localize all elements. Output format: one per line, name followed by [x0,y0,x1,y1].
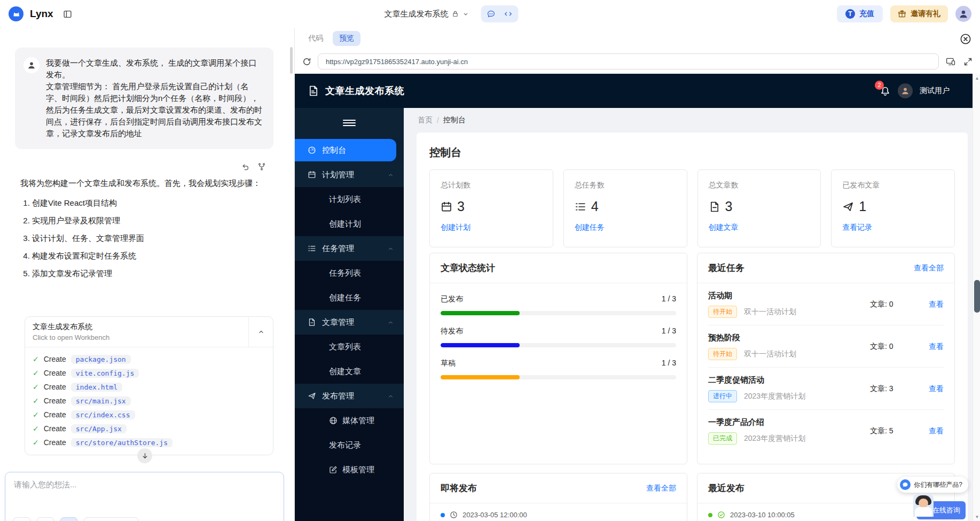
app-scrollbar[interactable]: ▲ ▼ [973,74,980,521]
app-username[interactable]: 测试用户 [920,86,950,96]
stat-card: 总文章数3创建文章 [697,169,821,247]
sidebar-item-article-group[interactable]: 文章管理 [295,310,404,335]
chevron-down-icon [462,11,469,18]
undo-icon[interactable] [241,162,250,171]
online-support-button[interactable]: 在线咨询 [916,501,966,519]
sidebar-item-template-manage[interactable]: 模板管理 [295,457,404,482]
file-icon [709,201,720,213]
task-view-link[interactable]: 查看 [929,384,944,394]
close-preview-button[interactable] [960,33,971,45]
tab-preview[interactable]: 预览 [333,31,360,46]
invite-button[interactable]: 邀请有礼 [890,5,948,22]
file-row: ✓Createsrc/App.jsx [33,422,265,436]
check-icon: ✓ [33,396,39,405]
file-name[interactable]: package.json [71,355,131,364]
upcoming-card-title: 即将发布 [441,482,477,494]
sidebar-item-publish-records[interactable]: 发布记录 [295,433,404,457]
sidebar-item-article-create[interactable]: 创建文章 [295,359,404,384]
attach-button[interactable] [13,517,31,521]
sidebar-item-plan-create[interactable]: 创建计划 [295,212,404,236]
notifications-button[interactable]: 2 [880,85,891,97]
file-name[interactable]: vite.config.js [71,369,139,378]
branch-icon[interactable] [257,162,266,171]
sidebar-item-label: 控制台 [322,145,346,155]
workbench-collapse-button[interactable] [248,317,273,347]
expand-icon[interactable] [963,57,973,66]
sidebar-toggle-icon[interactable] [63,10,72,19]
upcoming-view-all-link[interactable]: 查看全部 [646,484,676,493]
recharge-button[interactable]: T 充值 [837,5,883,22]
support-chat-icon [900,479,911,490]
task-row: 一季度产品介绍已完成2023年度营销计划文章: 5查看 [708,410,944,452]
sidebar-item-media-manage[interactable]: 媒体管理 [295,408,404,433]
lynx-logo[interactable] [9,6,23,21]
sidebar-item-article-list[interactable]: 文章列表 [295,335,404,359]
sidebar-item-task-create[interactable]: 创建任务 [295,285,404,310]
file-name[interactable]: index.html [71,383,122,392]
file-row: ✓Createvite.config.js [33,366,265,380]
chat-mode-button[interactable] [483,7,500,21]
stat-label: 总任务数 [575,181,676,190]
sidebar-item-publish-group[interactable]: 发布管理 [295,384,404,408]
hamburger-menu-button[interactable] [295,108,404,138]
refresh-button[interactable] [302,57,311,66]
status-row: 待发布1 / 3 [441,326,676,347]
assistant-steps: 创建Vite React项目结构实现用户登录及权限管理设计计划、任务、文章管理界… [32,198,266,279]
progress-bar [441,311,676,315]
user-avatar[interactable] [955,6,971,22]
upcoming-time: 2023-03-05 12:00:00 [462,511,527,519]
task-view-link[interactable]: 查看 [929,342,944,352]
calendar-icon [308,170,316,179]
chat-scrollbar[interactable] [290,47,293,74]
sidebar-item-task-list[interactable]: 任务列表 [295,261,404,285]
sidebar-item-dashboard[interactable]: 控制台 [295,139,396,161]
device-preview-icon[interactable] [945,57,956,66]
scrollbar-thumb[interactable] [974,280,980,313]
status-badge: 待开始 [708,348,737,360]
stat-card: 总计划数3创建计划 [429,169,553,247]
tab-code[interactable]: 代码 [304,31,327,46]
sidebar-item-plan-group[interactable]: 计划管理 [295,162,404,187]
project-title-menu[interactable]: 文章生成发布系统 [385,9,469,19]
upcoming-publish-card: 即将发布 查看全部 2023-03-05 12:00:00 [429,473,687,521]
stat-action-link[interactable]: 创建任务 [575,223,605,232]
sidebar-item-plan-list[interactable]: 计划列表 [295,187,404,212]
file-name[interactable]: src/index.css [71,410,135,419]
stat-action-link[interactable]: 查看记录 [842,223,872,232]
file-name[interactable]: src/main.jsx [71,396,131,406]
task-plan: 双十一活动计划 [744,307,796,317]
code-mode-button[interactable] [500,7,517,21]
task-view-link[interactable]: 查看 [929,426,944,436]
file-name[interactable]: src/store/authStore.js [71,438,173,447]
task-name: 一季度产品介绍 [708,417,870,427]
file-row: ✓Createindex.html [33,380,265,394]
status-label: 已发布 [441,294,463,304]
file-name[interactable]: src/App.jsx [71,424,127,433]
support-chat-bubble[interactable]: 你们有哪些产品? [897,477,968,493]
globe-icon [329,416,338,425]
stat-card: 已发布文章1查看记录 [831,169,955,247]
progress-fill [441,375,520,379]
scroll-down-arrow[interactable]: ▼ [973,512,980,521]
task-view-link[interactable]: 查看 [929,300,944,309]
stat-action-link[interactable]: 创建文章 [709,223,739,232]
chat-input[interactable] [5,472,284,511]
chat-bubble-button[interactable] [60,517,78,521]
workbench-open[interactable]: 文章生成发布系统 Click to open Workbench [25,317,248,347]
enhance-button[interactable] [36,517,54,521]
sidebar-item-label: 创建任务 [329,293,361,303]
stat-action-link[interactable]: 创建计划 [441,223,471,232]
scroll-up-arrow[interactable]: ▲ [973,74,980,82]
app-user-avatar[interactable] [898,83,913,98]
generate-backend-button[interactable]: 生成后台 [83,517,139,521]
tasks-view-all-link[interactable]: 查看全部 [914,263,944,273]
dashboard-icon [308,146,316,154]
breadcrumb-current: 控制台 [443,115,466,125]
url-input[interactable] [318,53,939,69]
scroll-to-bottom-button[interactable] [137,448,152,463]
tasks-card-title: 最近任务 [708,262,744,274]
sidebar-item-task-group[interactable]: 任务管理 [295,236,404,261]
sidebar-item-label: 发布管理 [322,391,354,401]
app-viewport: 文章生成发布系统 2 测试用户 控制台计划管理计划列表创建计划任务管理任务列表创… [295,74,980,521]
breadcrumb-home[interactable]: 首页 [418,115,433,125]
